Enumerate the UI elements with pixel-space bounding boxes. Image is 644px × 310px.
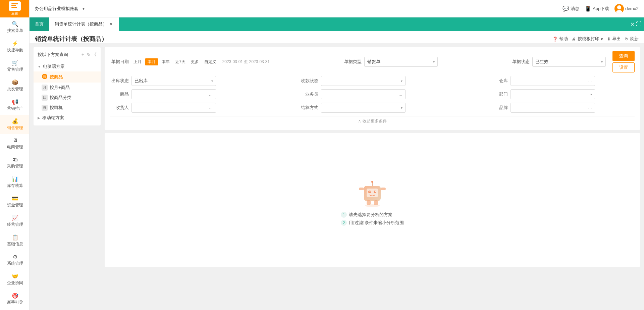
- export-button[interactable]: ⬇ 导出: [607, 36, 621, 42]
- tab-close-all-button[interactable]: ✕: [630, 21, 635, 28]
- export-icon: ⬇: [607, 37, 611, 42]
- sidebar-item-search[interactable]: 🔍 搜索菜单: [0, 17, 29, 37]
- date-label: 单据日期: [110, 59, 129, 65]
- active-dot-icon: 按: [42, 73, 48, 81]
- message-icon: 💬: [562, 5, 569, 12]
- sidebar-item-ecommerce[interactable]: 🖥 电商管理: [0, 134, 29, 153]
- tree-desktop[interactable]: ▼ 电脑端方案: [34, 61, 101, 71]
- product-input[interactable]: …: [131, 89, 216, 99]
- tab-close-button[interactable]: ×: [109, 22, 113, 27]
- tree-by-month-product[interactable]: 月 按月+商品: [34, 83, 101, 93]
- sidebar-item-purchase[interactable]: 🛍 采购管理: [0, 153, 29, 172]
- tab-home-label: 首页: [35, 21, 44, 27]
- tab-home[interactable]: 首页: [30, 17, 49, 31]
- tab-sales-stat-label: 销货单统计计表（按商品）: [55, 21, 107, 27]
- query-button[interactable]: 查询: [612, 51, 635, 61]
- logo[interactable]: 标账: [0, 0, 29, 17]
- department-select[interactable]: ▾: [511, 89, 595, 99]
- refresh-button[interactable]: ↻ 刷新: [625, 36, 639, 42]
- collection-label: 收款状态: [300, 78, 318, 84]
- svg-rect-1: [11, 5, 16, 6]
- sidebar-item-label: 搜索菜单: [7, 28, 23, 34]
- filter-row-2: 出库状态 已出库 ▾ 收款状态 ▾ 仓库: [110, 76, 635, 86]
- outbound-value: 已出库: [135, 78, 148, 84]
- month-icon: 月: [42, 85, 48, 91]
- brand-dots: …: [588, 105, 592, 110]
- edit-scheme-button[interactable]: ✎: [87, 52, 91, 58]
- tree-item-label: 按商品: [50, 74, 63, 80]
- sidebar-item-operation[interactable]: 📈 经营管理: [0, 211, 29, 231]
- help-button[interactable]: ❓ 帮助: [552, 36, 568, 42]
- date-more[interactable]: 更多: [189, 58, 201, 65]
- settlement-select[interactable]: ▾: [321, 103, 406, 113]
- page-actions: ❓ 帮助 🖨 按模板打印 ▾ ⬇ 导出 ↻ 刷新: [552, 36, 639, 42]
- sidebar-item-guide[interactable]: 🎯 新手引导: [0, 289, 29, 309]
- scheme-panel-icons: ＋ ✎ 《: [80, 52, 97, 58]
- tree-by-driver[interactable]: 按 按司机: [34, 103, 101, 113]
- sidebar-item-sales[interactable]: 💰 销售管理: [0, 115, 29, 134]
- sidebar-item-wholesale[interactable]: 📦 批发管理: [0, 76, 29, 95]
- tree-mobile[interactable]: ▶ 移动端方案: [34, 113, 101, 123]
- sidebar-item-inventory[interactable]: 📊 库存核算: [0, 172, 29, 192]
- product-dots: …: [209, 92, 213, 97]
- svg-rect-16: [381, 188, 386, 190]
- outbound-select[interactable]: 已出库 ▾: [131, 76, 216, 86]
- page-content: 销货单统计计表（按商品） ❓ 帮助 🖨 按模板打印 ▾ ⬇ 导出 ↻ 刷新: [30, 31, 644, 310]
- tree-expand-icon: ▼: [38, 65, 41, 68]
- type-select[interactable]: 销货单 ▾: [364, 57, 438, 67]
- list-icon: 📋: [12, 234, 18, 241]
- sidebar-item-marketing[interactable]: 📢 营销推广: [0, 95, 29, 115]
- date-last-7-days[interactable]: 近7天: [173, 58, 187, 65]
- tree-item-label: 按司机: [50, 105, 63, 111]
- brand-input[interactable]: …: [511, 103, 595, 113]
- status-select[interactable]: 已生效 ▾: [532, 57, 606, 67]
- collapse-bar[interactable]: ∧ 收起更多条件: [110, 116, 635, 126]
- svg-point-3: [617, 5, 621, 9]
- scheme-panel-title: 按以下方案查询: [38, 52, 68, 58]
- sidebar-item-enterprise[interactable]: 🤝 企业协同: [0, 270, 29, 289]
- sidebar-menu: 🔍 搜索菜单 ⚡ 快捷导航 🛒 零售管理 📦 批发管理 📢 营销推广 💰 销售管…: [0, 17, 29, 310]
- date-last-month[interactable]: 上月: [131, 58, 144, 65]
- collection-select[interactable]: ▾: [321, 76, 406, 86]
- sidebar-item-appstore[interactable]: 📱 应用中心: [0, 309, 29, 310]
- sidebar-item-label: 资金管理: [7, 202, 23, 208]
- tree-by-product[interactable]: 按 按商品: [34, 71, 101, 83]
- date-this-month[interactable]: 本月: [145, 58, 158, 65]
- set-button[interactable]: 设置: [612, 62, 635, 72]
- sidebar-item-quicknav[interactable]: ⚡ 快捷导航: [0, 37, 29, 56]
- tree-by-category[interactable]: 回 按商品分类: [34, 93, 101, 103]
- tree-item-label: 电脑端方案: [43, 63, 65, 69]
- recipient-input[interactable]: …: [131, 103, 216, 113]
- dropdown-arrow-icon: ▾: [83, 6, 85, 11]
- date-this-year[interactable]: 本年: [160, 58, 172, 65]
- message-button[interactable]: 💬 消息: [562, 5, 579, 12]
- sidebar-item-finance[interactable]: 💳 资金管理: [0, 192, 29, 211]
- warehouse-input[interactable]: …: [511, 76, 595, 86]
- app-dropdown[interactable]: ▾: [83, 6, 85, 11]
- print-button[interactable]: 🖨 按模板打印 ▾: [572, 36, 603, 42]
- sidebar-item-system[interactable]: ⚙ 系统管理: [0, 250, 29, 270]
- date-custom[interactable]: 自定义: [202, 58, 218, 65]
- sidebar-item-retail[interactable]: 🛒 零售管理: [0, 56, 29, 76]
- salesperson-dots: …: [398, 92, 402, 97]
- collapse-label: ∧ 收起更多条件: [358, 119, 386, 123]
- sidebar-item-basic[interactable]: 📋 基础信息: [0, 231, 29, 250]
- tab-sales-stat[interactable]: 销货单统计计表（按商品） ×: [49, 17, 119, 31]
- app-download-label: App下载: [593, 6, 609, 12]
- tabbar-controls: ✕ ⛶: [628, 21, 644, 28]
- svg-rect-18: [374, 200, 378, 205]
- svg-rect-2: [11, 7, 17, 8]
- target-icon: 🎯: [12, 293, 18, 299]
- svg-point-14: [371, 181, 373, 183]
- sidebar-item-label: 零售管理: [7, 67, 23, 72]
- svg-point-19: [365, 204, 380, 207]
- user-info[interactable]: demo2: [614, 4, 639, 13]
- type-select-arrow: ▾: [433, 60, 435, 64]
- app-download-button[interactable]: 📱 App下载: [585, 5, 609, 12]
- salesperson-input[interactable]: …: [321, 89, 406, 99]
- tab-expand-button[interactable]: ⛶: [636, 21, 641, 27]
- add-scheme-button[interactable]: ＋: [80, 52, 85, 58]
- sidebar-item-label: 基础信息: [7, 241, 23, 247]
- category-icon: 回: [42, 95, 48, 101]
- collapse-panel-button[interactable]: 《: [92, 52, 97, 58]
